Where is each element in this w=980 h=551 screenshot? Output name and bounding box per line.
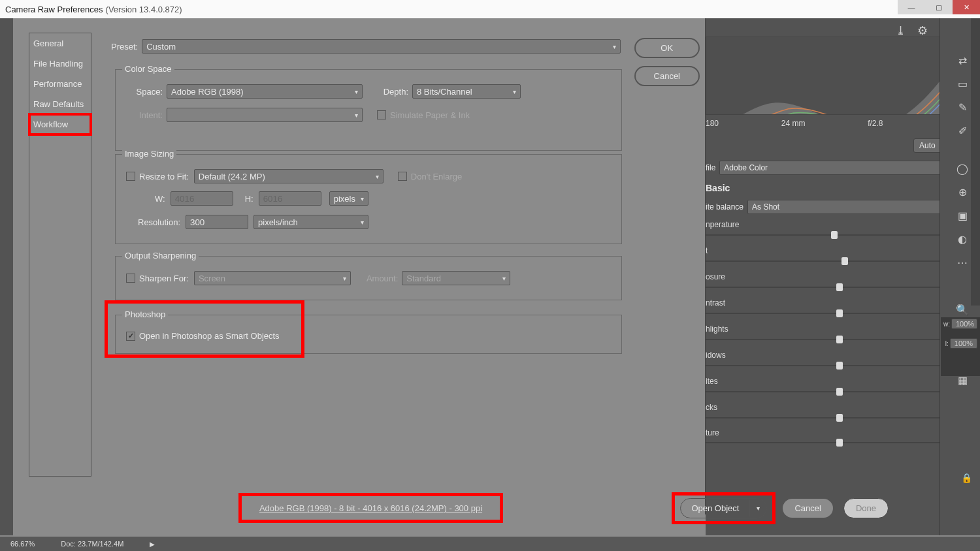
chevron-down-icon: ▾ bbox=[361, 219, 364, 226]
exif-aperture: f/2.8 bbox=[868, 119, 883, 128]
sidebar-item-workflow[interactable]: Workflow bbox=[29, 114, 91, 134]
slider-thumb[interactable] bbox=[836, 439, 843, 447]
ok-button[interactable]: OK bbox=[634, 38, 700, 58]
crop-icon[interactable]: ▭ bbox=[956, 77, 969, 90]
open-object-button[interactable]: Open Object ▾ bbox=[680, 498, 767, 518]
slider-track[interactable] bbox=[706, 282, 973, 292]
camera-raw-preferences-dialog: General File Handling Performance Raw De… bbox=[13, 18, 706, 514]
slider-thumb[interactable] bbox=[836, 283, 843, 291]
slider-track[interactable] bbox=[706, 230, 973, 240]
unit-select[interactable]: pixels ▾ bbox=[329, 191, 368, 206]
chevron-down-icon: ▾ bbox=[502, 275, 506, 282]
photoshop-fieldset: Photoshop Open in Photoshop as Smart Obj… bbox=[115, 315, 622, 354]
layers-icon[interactable]: ▣ bbox=[956, 209, 969, 222]
titlebar: Camera Raw Preferences (Version 13.4.0.8… bbox=[0, 0, 980, 18]
exif-iso: 180 bbox=[706, 119, 719, 128]
amount-select: Standard ▾ bbox=[402, 271, 510, 285]
zoom-level[interactable]: 66.67% bbox=[10, 540, 35, 548]
space-select[interactable]: Adobe RGB (1998) ▾ bbox=[167, 84, 363, 99]
globe-icon[interactable]: ◐ bbox=[956, 232, 969, 245]
sharpen-label: Sharpen For: bbox=[139, 274, 189, 283]
resize-checkbox[interactable] bbox=[126, 172, 135, 181]
close-button[interactable]: ✕ bbox=[953, 0, 980, 14]
auto-button[interactable]: Auto bbox=[913, 138, 941, 153]
doc-size: Doc: 23.7M/142.4M bbox=[61, 540, 123, 548]
resolution-label: Resolution: bbox=[138, 217, 180, 227]
slider-track[interactable] bbox=[706, 256, 973, 266]
h-label: H: bbox=[245, 194, 253, 204]
slider-label: ites bbox=[706, 377, 718, 386]
done-button[interactable]: Done bbox=[843, 498, 889, 518]
sidebar-item-file-handling[interactable]: File Handling bbox=[29, 54, 91, 74]
chevron-down-icon: ▾ bbox=[343, 275, 346, 282]
chevron-down-icon: ▾ bbox=[361, 195, 364, 202]
simulate-checkbox bbox=[377, 110, 386, 119]
minimize-button[interactable]: — bbox=[898, 0, 925, 14]
color-space-fieldset: Color Space Space: Adobe RGB (1998) ▾ De… bbox=[115, 69, 622, 151]
circle-icon[interactable]: ◯ bbox=[956, 162, 969, 175]
whitebalance-label: ite balance bbox=[706, 202, 743, 212]
export-icon[interactable]: ⤓ bbox=[896, 24, 906, 38]
sidebar-item-performance[interactable]: Performance bbox=[29, 74, 91, 94]
image-sizing-legend: Image Sizing bbox=[122, 149, 176, 159]
slider-track[interactable] bbox=[706, 413, 973, 423]
search-icon[interactable]: 🔍 bbox=[956, 303, 969, 316]
slider-thumb[interactable] bbox=[836, 336, 843, 343]
whitebalance-select[interactable]: As Shot ▾ bbox=[747, 200, 962, 214]
amount-label: Amount: bbox=[367, 274, 398, 283]
slider-thumb[interactable] bbox=[836, 362, 843, 370]
slider-thumb[interactable] bbox=[836, 309, 843, 317]
add-circle-icon[interactable]: ⊕ bbox=[956, 185, 969, 198]
exif-row: 180 24 mm f/2.8 1/4000s bbox=[706, 115, 980, 131]
photoshop-legend: Photoshop bbox=[122, 309, 168, 319]
slider-label: ntrast bbox=[706, 298, 725, 307]
cancel-button[interactable]: Cancel bbox=[634, 66, 700, 86]
more-icon[interactable]: ⋯ bbox=[956, 256, 969, 269]
color-space-legend: Color Space bbox=[122, 64, 174, 74]
slider-track[interactable] bbox=[706, 308, 973, 319]
slider-track[interactable] bbox=[706, 437, 973, 448]
slider-track[interactable] bbox=[706, 334, 973, 345]
dont-enlarge-checkbox bbox=[398, 172, 407, 181]
open-object-dropdown[interactable]: ▾ bbox=[749, 500, 766, 516]
window-controls: — ▢ ✕ bbox=[898, 0, 980, 14]
depth-select[interactable]: 8 Bits/Channel ▾ bbox=[412, 84, 521, 99]
switch-icon[interactable]: ⇄ bbox=[956, 54, 969, 67]
w-label: W: bbox=[155, 194, 165, 204]
slider-thumb[interactable] bbox=[831, 231, 838, 239]
eyedropper-tool-icon[interactable]: ✎ bbox=[956, 101, 969, 114]
slider-label: t bbox=[706, 246, 708, 255]
sidebar-item-general[interactable]: General bbox=[29, 33, 91, 54]
chevron-down-icon: ▾ bbox=[513, 88, 516, 95]
output-sharpening-fieldset: Output Sharpening Sharpen For: Screen ▾ … bbox=[115, 256, 622, 300]
workflow-settings-link[interactable]: Adobe RGB (1998) - 8 bit - 4016 x 6016 (… bbox=[242, 496, 500, 520]
smart-objects-checkbox[interactable] bbox=[126, 332, 135, 341]
slider-thumb[interactable] bbox=[841, 257, 848, 265]
resize-select[interactable]: Default (24.2 MP) ▾ bbox=[194, 169, 384, 183]
profile-select[interactable]: Adobe Color ▾ bbox=[719, 161, 961, 175]
slider-track[interactable] bbox=[706, 360, 973, 371]
depth-label: Depth: bbox=[369, 87, 408, 97]
preset-select[interactable]: Custom ▾ bbox=[142, 39, 621, 54]
res-unit-select[interactable]: pixels/inch ▾ bbox=[253, 215, 368, 229]
basic-panel-header[interactable]: Basic bbox=[706, 183, 730, 193]
chevron-down-icon: ▾ bbox=[355, 88, 358, 95]
cancel-action-button[interactable]: Cancel bbox=[783, 499, 832, 518]
slider-thumb[interactable] bbox=[836, 388, 843, 396]
gear-icon[interactable]: ⚙ bbox=[917, 24, 928, 38]
slider-label: idows bbox=[706, 351, 726, 360]
sharpen-checkbox[interactable] bbox=[126, 274, 135, 283]
image-sizing-fieldset: Image Sizing Resize to Fit: Default (24.… bbox=[115, 154, 622, 244]
slider-thumb[interactable] bbox=[836, 414, 843, 422]
maximize-button[interactable]: ▢ bbox=[925, 0, 953, 14]
exif-focal: 24 mm bbox=[781, 119, 806, 128]
slider-track[interactable] bbox=[706, 386, 973, 397]
acr-right-panel: ⤓ ⚙ 180 24 mm f/2.8 1/4000s ▲ Basic Auto… bbox=[706, 18, 980, 535]
sidebar-item-raw-defaults[interactable]: Raw Defaults bbox=[29, 94, 91, 114]
lock-icon[interactable]: 🔒 bbox=[961, 473, 972, 483]
brush-icon[interactable]: ✐ bbox=[956, 124, 969, 137]
simulate-label: Simulate Paper & Ink bbox=[390, 110, 470, 120]
statusbar-chevron-icon[interactable]: ▶ bbox=[150, 541, 155, 548]
dont-enlarge-label: Don't Enlarge bbox=[411, 172, 462, 181]
resolution-input[interactable] bbox=[186, 215, 248, 229]
